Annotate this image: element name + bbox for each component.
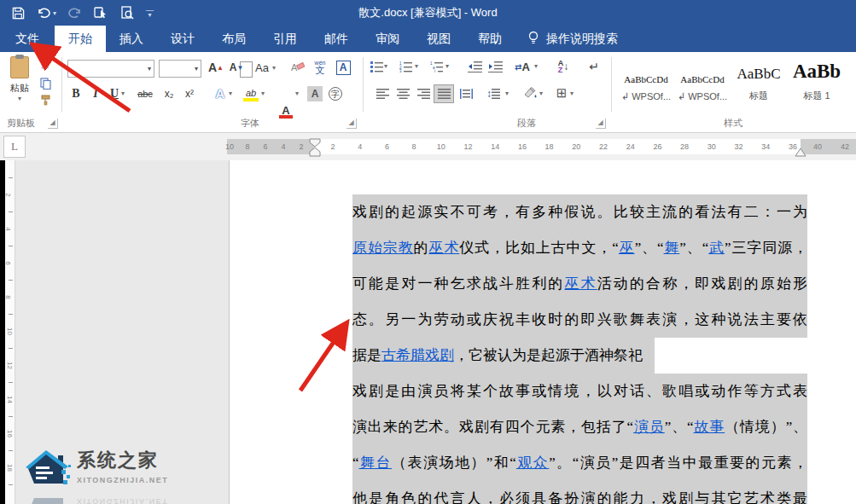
bullets-dropdown-icon[interactable]: ▾: [384, 62, 387, 70]
tab-9[interactable]: 帮助: [464, 26, 515, 52]
document-line-7[interactable]: 演出来的艺术。戏剧有四个元素，包括了“演员”、“故事（情境）”、: [352, 409, 807, 445]
touch-mouse-mode-button[interactable]: [94, 6, 108, 20]
character-border-button[interactable]: A: [335, 59, 352, 76]
tab-1[interactable]: 开始: [55, 26, 106, 52]
justify-button-active[interactable]: [434, 84, 454, 103]
multilevel-dropdown-icon[interactable]: ▾: [445, 62, 449, 70]
shrink-font-button[interactable]: A▼: [227, 59, 246, 76]
font-dialog-launcher[interactable]: ◢: [346, 119, 357, 129]
hyperlink[interactable]: 巫术: [564, 275, 597, 292]
horizontal-ruler: 1086422468101214161820222426283032343640…: [227, 139, 856, 154]
decrease-indent-button[interactable]: [466, 59, 483, 74]
hyperlink[interactable]: 原始宗教: [352, 240, 414, 256]
tab-3[interactable]: 设计: [157, 26, 208, 52]
tab-file[interactable]: 文件: [0, 26, 55, 52]
asian-layout-button[interactable]: ⇄A: [510, 59, 534, 74]
customize-qat-button[interactable]: —▾: [146, 9, 154, 17]
document-line-3[interactable]: 可能是对一种乞求战斗胜利的巫术活动的合称，即戏剧的原始形: [352, 266, 807, 302]
sort-button[interactable]: AZ ↓: [553, 57, 574, 76]
numbering-button[interactable]: 123: [398, 59, 413, 74]
italic-button[interactable]: I: [89, 86, 102, 101]
hyperlink[interactable]: 舞: [664, 240, 680, 256]
tab-4[interactable]: 布局: [208, 26, 259, 52]
borders-dropdown-icon[interactable]: ▾: [570, 90, 574, 97]
font-color-dropdown-icon[interactable]: ▾: [295, 90, 299, 97]
shading-dropdown-icon[interactable]: ▾: [539, 90, 543, 97]
hyperlink[interactable]: 舞台: [359, 455, 392, 471]
tab-6[interactable]: 邮件: [311, 26, 362, 52]
paragraph-dialog-launcher[interactable]: ◢: [596, 119, 606, 129]
phonetic-guide-button[interactable]: wén文: [311, 57, 329, 78]
tell-me-search[interactable]: 操作说明搜索: [515, 26, 618, 52]
hyperlink[interactable]: 巫: [619, 240, 635, 256]
align-center-button[interactable]: [394, 86, 411, 101]
bold-button[interactable]: B: [68, 86, 84, 101]
shading-button[interactable]: [521, 84, 539, 101]
document-line-8[interactable]: “舞台（表演场地）”和“观众”。“演员”是四者当中最重要的元素，: [352, 445, 807, 481]
first-line-indent-marker[interactable]: [309, 138, 321, 157]
style-card-3[interactable]: AaBb标题 1: [790, 58, 843, 107]
document-line-4[interactable]: 态。另一为劳动或庆祝丰收时的即兴歌舞表演，这种说法主要依: [352, 302, 807, 338]
bullets-button[interactable]: [369, 59, 384, 74]
underline-button[interactable]: U: [108, 86, 121, 101]
print-preview-button[interactable]: [120, 6, 134, 20]
font-color-button[interactable]: A: [278, 101, 294, 119]
hyperlink[interactable]: 观众: [516, 455, 549, 471]
hyperlink[interactable]: 古希腊戏剧: [381, 347, 454, 363]
multilevel-list-button[interactable]: 1ai: [428, 59, 444, 74]
style-card-2[interactable]: AaBbC标题: [732, 58, 785, 107]
tab-7[interactable]: 审阅: [362, 26, 413, 52]
document-line-1[interactable]: 戏剧的起源实不可考，有多种假说。比较主流的看法有二：一为: [352, 194, 807, 230]
highlight-color-button[interactable]: ab: [242, 84, 259, 101]
asian-layout-dropdown-icon[interactable]: ▾: [534, 62, 538, 70]
cut-button[interactable]: ✂: [38, 59, 53, 73]
hyperlink[interactable]: 故事: [694, 419, 725, 435]
hyperlink[interactable]: 武: [708, 240, 725, 256]
tab-2[interactable]: 插入: [106, 26, 157, 52]
align-right-button[interactable]: [415, 86, 432, 101]
distribute-button[interactable]: [457, 86, 475, 101]
increase-indent-button[interactable]: [486, 59, 504, 74]
hyperlink[interactable]: 巫术: [429, 240, 460, 256]
document-line-6[interactable]: 戏剧是由演员将某个故事或情境，以对话、歌唱或动作等方式表: [352, 374, 807, 409]
text-effects-button[interactable]: A: [212, 84, 229, 101]
underline-dropdown-icon[interactable]: ▾: [121, 90, 125, 97]
align-left-button[interactable]: [374, 86, 391, 101]
undo-button[interactable]: ▾: [37, 7, 56, 19]
text-effects-dropdown-icon[interactable]: ▾: [229, 90, 232, 97]
paste-dropdown-icon[interactable]: ▾: [18, 95, 21, 102]
borders-button[interactable]: ⊞: [553, 84, 570, 101]
line-spacing-dropdown-icon[interactable]: ▾: [505, 90, 509, 97]
numbering-dropdown-icon[interactable]: ▾: [415, 62, 418, 70]
font-size-combobox[interactable]: ▾: [159, 60, 201, 78]
tab-5[interactable]: 引用: [259, 26, 311, 52]
format-painter-button[interactable]: [38, 93, 53, 107]
paste-button[interactable]: 粘贴 ▾: [4, 56, 35, 116]
subscript-button[interactable]: x₂: [160, 86, 178, 101]
change-case-button[interactable]: Aa▾: [251, 59, 280, 76]
copy-button[interactable]: [38, 76, 53, 90]
enclose-characters-button[interactable]: 字: [328, 86, 343, 101]
style-card-1[interactable]: AaBbCcDd↲ WPSOf...: [676, 58, 729, 107]
font-name-combobox[interactable]: ▾: [67, 60, 154, 78]
clipboard-dialog-launcher[interactable]: ◢: [48, 119, 58, 129]
character-shading-button[interactable]: A: [307, 86, 323, 101]
document-line-5[interactable]: 据是古希腊戏剧，它被认为是起源于酒神祭祀: [352, 338, 807, 374]
grow-font-button[interactable]: A▲: [207, 59, 225, 76]
strikethrough-button[interactable]: abc: [135, 86, 155, 101]
line-spacing-button[interactable]: ↕: [483, 86, 504, 101]
superscript-button[interactable]: x²: [181, 86, 198, 101]
document-line-2[interactable]: 原始宗教的巫术仪式，比如上古中文，“巫”、“舞”、“武”三字同源，: [352, 230, 807, 266]
tab-8[interactable]: 视图: [413, 26, 464, 52]
tab-stop-selector[interactable]: L: [3, 136, 26, 158]
highlight-dropdown-icon[interactable]: ▾: [261, 90, 265, 97]
save-icon[interactable]: [12, 7, 25, 20]
clear-formatting-button[interactable]: A: [288, 59, 307, 76]
document-page[interactable]: 戏剧的起源实不可考，有多种假说。比较主流的看法有二：一为原始宗教的巫术仪式，比如…: [229, 160, 856, 504]
right-indent-marker[interactable]: [795, 147, 807, 157]
undo-dropdown-icon[interactable]: ▾: [53, 9, 56, 17]
document-line-9[interactable]: 他是角色的代言人，必须具备扮演的能力，戏剧与其它艺术类最: [352, 481, 807, 504]
show-hide-marks-button[interactable]: ↵: [585, 59, 603, 74]
hyperlink[interactable]: 演员: [633, 419, 665, 435]
style-card-0[interactable]: AaBbCcDd↲ WPSOf...: [620, 58, 673, 107]
